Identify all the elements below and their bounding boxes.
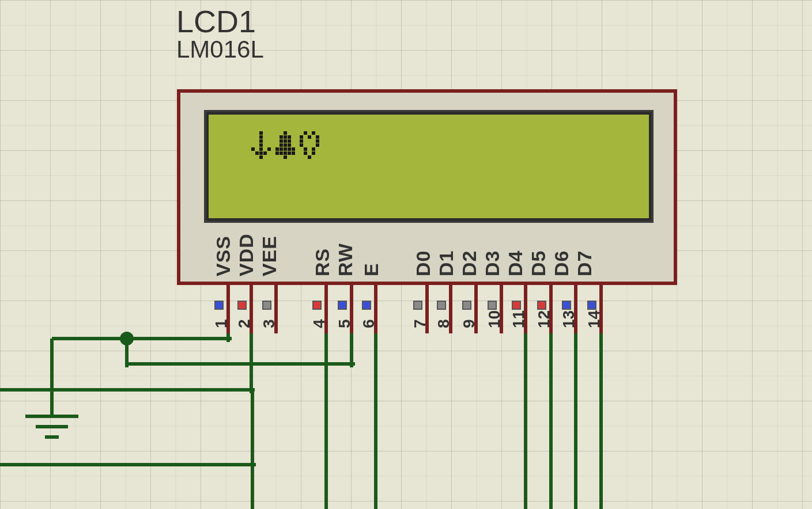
svg-rect-23 (284, 147, 287, 151)
svg-rect-27 (280, 151, 283, 155)
lcd-char-arrow-down-icon (251, 131, 271, 164)
pin-number-8: 8 (435, 319, 453, 328)
svg-rect-33 (312, 131, 315, 135)
svg-rect-25 (292, 147, 295, 151)
lcd-display-content (251, 131, 320, 164)
svg-rect-7 (255, 151, 259, 155)
pin-state-indicator-8 (437, 301, 446, 310)
svg-rect-42 (312, 147, 315, 151)
lcd-component[interactable]: VSSVDDVEERSRWED0D1D2D3D4D5D6D7 (177, 89, 677, 285)
svg-rect-9 (263, 151, 267, 155)
pin-state-indicator-11 (512, 301, 521, 310)
pin-label-d5: D5 (527, 250, 550, 276)
pin-label-d4: D4 (504, 250, 527, 276)
wire-e-down (374, 333, 377, 509)
svg-rect-17 (288, 139, 291, 143)
pin-label-e: E (360, 263, 383, 276)
pin-state-indicator-4 (312, 301, 322, 310)
pin-state-indicator-9 (462, 301, 471, 310)
wire-d7-down (599, 333, 603, 509)
pin-number-7: 7 (411, 319, 429, 328)
pin-state-indicator-2 (237, 301, 247, 310)
pin-label-vee: VEE (258, 235, 281, 276)
svg-rect-14 (288, 135, 291, 139)
pin-number-1: 1 (212, 319, 231, 328)
pin-label-d3: D3 (481, 250, 504, 276)
pin-state-indicator-12 (537, 301, 546, 310)
svg-rect-29 (288, 151, 291, 155)
wire-vdd-drop (250, 333, 253, 393)
lcd-char-bell-icon (275, 131, 296, 164)
pin-number-11: 11 (509, 310, 528, 328)
pin-label-rw: RW (334, 243, 357, 276)
svg-rect-13 (284, 135, 287, 139)
pin-number-13: 13 (560, 310, 578, 328)
svg-rect-21 (275, 147, 279, 151)
svg-rect-26 (275, 151, 279, 155)
wire-rw-left (127, 362, 355, 366)
pin-number-12: 12 (535, 310, 553, 328)
wire-rs-down (324, 333, 328, 509)
svg-rect-20 (288, 143, 291, 147)
pin-number-10: 10 (485, 310, 504, 328)
schematic-canvas[interactable]: LCD1 LM016L VSSVDDVEERSRWED0D1D2D3D4D5D6… (0, 0, 812, 509)
pin-number-14: 14 (585, 310, 603, 328)
svg-rect-38 (316, 139, 319, 143)
pin-state-indicator-6 (362, 301, 371, 310)
pin-label-d0: D0 (412, 250, 435, 276)
ground-bar-2 (45, 435, 59, 439)
lcd-screen (204, 110, 654, 223)
wire-d4-down (524, 333, 527, 509)
svg-rect-37 (300, 139, 303, 143)
pin-state-indicator-14 (587, 301, 596, 310)
pin-label-d6: D6 (550, 250, 573, 276)
pin-number-4: 4 (310, 319, 328, 328)
pin-state-indicator-10 (488, 301, 497, 310)
svg-rect-6 (267, 147, 271, 151)
pin-label-d7: D7 (573, 250, 596, 276)
svg-rect-10 (259, 155, 263, 159)
svg-rect-2 (259, 139, 263, 143)
svg-rect-11 (284, 131, 287, 135)
svg-rect-15 (280, 139, 283, 143)
svg-rect-31 (284, 155, 287, 159)
svg-rect-41 (304, 147, 307, 151)
svg-rect-44 (312, 151, 315, 155)
wire-vdd-branch-down (251, 390, 254, 509)
pin-number-9: 9 (460, 319, 478, 328)
component-ref: LCD1 (176, 3, 256, 39)
svg-rect-5 (259, 147, 263, 151)
svg-rect-35 (308, 135, 311, 139)
svg-rect-40 (316, 143, 319, 147)
pin-label-d2: D2 (458, 250, 481, 276)
ground-bar-1 (36, 425, 68, 428)
pin-number-5: 5 (335, 319, 354, 328)
svg-rect-18 (280, 143, 283, 147)
wire-d6-down (574, 333, 577, 509)
pin-number-2: 2 (235, 319, 254, 328)
pin-number-6: 6 (360, 319, 378, 328)
svg-rect-28 (284, 151, 287, 155)
pin-state-indicator-7 (413, 301, 422, 310)
wire-gnd-down (50, 339, 54, 418)
svg-rect-22 (280, 147, 283, 151)
pin-state-indicator-3 (262, 301, 271, 310)
wire-rw-up (125, 339, 129, 367)
svg-rect-1 (259, 135, 263, 139)
svg-rect-36 (316, 135, 319, 139)
svg-rect-0 (259, 131, 263, 135)
pin-number-3: 3 (260, 319, 278, 328)
component-part: LM016L (176, 36, 264, 63)
svg-rect-8 (259, 151, 263, 155)
svg-rect-16 (284, 139, 287, 143)
pin-state-indicator-5 (338, 301, 347, 310)
wire-gnd-rail (52, 337, 232, 340)
wire-vdd-left (0, 388, 255, 392)
lcd-char-heart-icon (300, 131, 320, 164)
svg-rect-30 (292, 151, 295, 155)
pin-label-vdd: VDD (235, 233, 258, 276)
pin-state-indicator-13 (562, 301, 571, 310)
svg-rect-45 (308, 155, 311, 159)
svg-rect-32 (304, 131, 307, 135)
ground-bar-0 (25, 415, 78, 418)
